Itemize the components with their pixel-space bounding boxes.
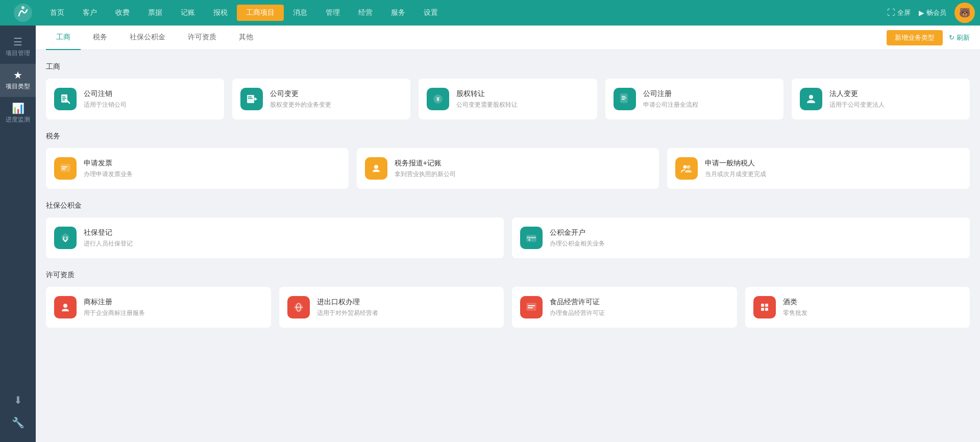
tab-shebao[interactable]: 社保公积金 [119,26,176,50]
nav-item-fee[interactable]: 收费 [106,0,139,26]
mascot-icon: 🐻 [959,7,970,18]
nav-item-service[interactable]: 服务 [382,0,414,26]
gongshang-cards-grid: 公司注销 适用于注销公司 公司变更 股权变更外的业务变更 [46,79,970,119]
sidebar-item-project-type[interactable]: ★ 项目类型 [0,64,36,97]
apply-invoice-icon [54,157,77,180]
refresh-button[interactable]: ↻ 刷新 [949,33,970,42]
svg-point-24 [66,237,68,238]
svg-rect-26 [527,237,536,238]
tab-xuke[interactable]: 许可资质 [178,26,227,50]
housing-fund-title: 公积金开户 [550,228,605,237]
sidebar-item-download[interactable]: ⬇ [0,389,36,411]
legal-person-change-icon [800,88,822,110]
card-social-insurance[interactable]: 社保登记 进行人员社保登记 [46,217,504,258]
tax-report-title: 税务报道+记账 [395,159,456,168]
card-food-license[interactable]: 食品经营许可证 办理食品经营许可证 [512,287,737,328]
svg-rect-38 [765,308,768,311]
nav-item-invoice[interactable]: 票据 [139,0,172,26]
card-housing-fund[interactable]: 公积金开户 办理公积金相关业务 [512,217,970,258]
card-legal-person-change[interactable]: 法人变更 适用于公司变更法人 [792,79,970,119]
equity-transfer-icon: ¥ [427,88,449,110]
card-apply-invoice[interactable]: 申请发票 办理申请发票业务 [46,148,349,189]
sidebar-item-project-management[interactable]: ☰ 项目管理 [0,31,36,64]
sidebar-item-wrench[interactable]: 🔧 [0,411,36,434]
card-import-export[interactable]: 进出口权办理 适用于对外贸易经营者 [279,287,504,328]
card-company-cancel[interactable]: 公司注销 适用于注销公司 [46,79,224,119]
import-export-icon [287,296,310,318]
sidebar: ☰ 项目管理 ★ 项目类型 📊 进度监测 ⬇ 🔧 [0,26,36,442]
membership-button[interactable]: ▶ 畅会员 [919,8,946,17]
legal-person-change-title: 法人变更 [829,89,885,99]
trademark-desc: 用于企业商标注册服务 [84,309,145,317]
tax-report-text: 税务报道+记账 拿到营业执照的新公司 [395,159,456,179]
nav-item-accounting[interactable]: 记账 [172,0,204,26]
card-equity-transfer[interactable]: ¥ 股权转让 公司变更需要股权转让 [419,79,597,119]
tab-bar-actions: 新增业务类型 ↻ 刷新 [887,30,970,45]
apply-invoice-text: 申请发票 办理申请发票业务 [84,159,133,179]
nav-item-bizproject[interactable]: 工商项目 [237,5,284,21]
svg-point-20 [374,165,378,169]
company-cancel-title: 公司注销 [84,89,127,99]
content-area: 工商 税务 社保公积金 许可资质 其他 新增业务类型 ↻ 刷新 工商 [36,26,980,442]
card-trademark[interactable]: 商标注册 用于企业商标注册服务 [46,287,271,328]
svg-rect-19 [62,168,65,169]
card-tax-report[interactable]: 税务报道+记账 拿到营业执照的新公司 [357,148,659,189]
card-general-taxpayer[interactable]: 申请一般纳税人 当月或次月成变更完成 [667,148,970,189]
apply-invoice-title: 申请发票 [84,159,133,168]
card-company-register[interactable]: 公司注册 申请公司注册全流程 [605,79,783,119]
nav-item-customer[interactable]: 客户 [74,0,106,26]
sidebar-bottom: ⬇ 🔧 [0,389,36,442]
social-insurance-desc: 进行人员社保登记 [84,239,133,248]
svg-point-27 [529,239,530,241]
general-taxpayer-text: 申请一般纳税人 当月或次月成变更完成 [705,159,766,179]
nav-item-home[interactable]: 首页 [41,0,74,26]
company-register-icon [614,88,636,110]
fullscreen-button[interactable]: ⛶ 全屏 [887,8,911,17]
housing-fund-text: 公积金开户 办理公积金相关业务 [550,228,605,248]
legal-person-change-text: 法人变更 适用于公司变更法人 [829,89,885,109]
svg-rect-35 [761,304,764,307]
svg-rect-5 [62,100,65,101]
svg-rect-3 [62,96,65,97]
food-license-title: 食品经营许可证 [550,298,605,307]
food-license-text: 食品经营许可证 办理食品经营许可证 [550,298,605,317]
download-icon: ⬇ [14,395,22,405]
fullscreen-label: 全屏 [897,8,911,17]
svg-rect-4 [62,98,66,99]
sidebar-item-progress-monitor[interactable]: 📊 进度监测 [0,97,36,130]
tab-shuiwu[interactable]: 税务 [83,26,117,50]
svg-rect-34 [528,307,533,308]
nav-item-tax[interactable]: 报税 [204,0,237,26]
tab-gongshang[interactable]: 工商 [46,26,81,50]
company-change-text: 公司变更 股权变更外的业务变更 [270,89,331,109]
housing-fund-icon [520,227,543,249]
svg-rect-8 [248,96,252,97]
membership-label: 畅会员 [926,8,946,17]
liquor-title: 酒类 [783,298,807,307]
company-register-desc: 申请公司注册全流程 [643,101,698,109]
card-company-change[interactable]: 公司变更 股权变更外的业务变更 [232,79,410,119]
svg-point-21 [683,165,687,169]
svg-point-16 [809,95,813,99]
card-liquor[interactable]: 酒类 零售批发 [745,287,970,328]
equity-transfer-desc: 公司变更需要股权转让 [456,101,518,109]
svg-point-23 [63,237,65,238]
mascot-avatar[interactable]: 🐻 [954,3,975,23]
tab-other[interactable]: 其他 [229,26,263,50]
equity-transfer-text: 股权转让 公司变更需要股权转让 [456,89,518,109]
svg-rect-7 [247,95,254,103]
nav-item-operation[interactable]: 经营 [349,0,382,26]
sidebar-label-project-type: 项目类型 [6,82,30,91]
company-change-title: 公司变更 [270,89,331,99]
new-type-button[interactable]: 新增业务类型 [887,30,943,45]
section-title-shuiwu: 税务 [46,132,970,141]
company-register-text: 公司注册 申请公司注册全流程 [643,89,698,109]
nav-item-manage[interactable]: 管理 [316,0,349,26]
play-icon: ▶ [919,9,924,17]
company-register-title: 公司注册 [643,89,698,99]
nav-item-settings[interactable]: 设置 [414,0,447,26]
svg-rect-32 [527,303,536,310]
section-title-shebao: 社保公积金 [46,201,970,210]
svg-rect-14 [622,97,626,99]
nav-item-message[interactable]: 消息 [284,0,316,26]
